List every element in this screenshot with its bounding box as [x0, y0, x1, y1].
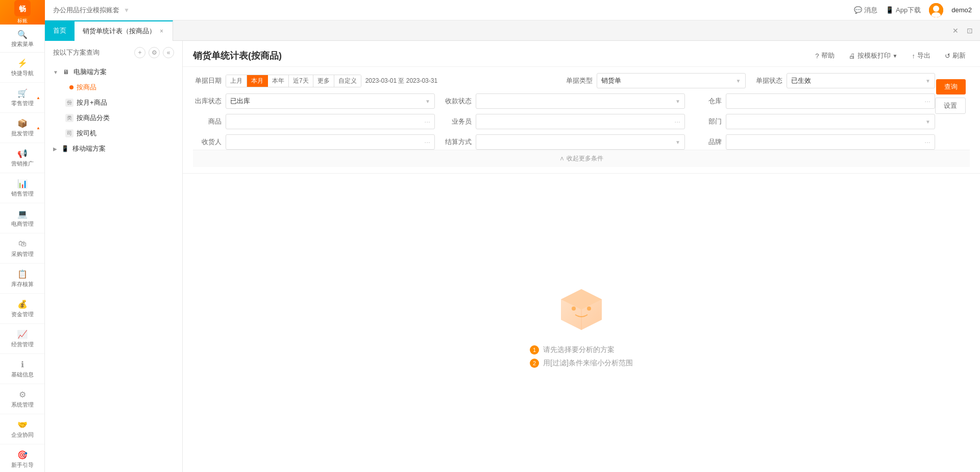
brand-input[interactable]: ··· [726, 134, 935, 150]
sidebar-item-enterprise-coop[interactable]: 🤝 企业协同 [0, 414, 44, 444]
sidebar-item-new-user[interactable]: 🎯 新手引导 [0, 444, 44, 472]
tab-home[interactable]: 首页 [45, 20, 75, 41]
message-icon: 💬 [854, 6, 862, 14]
goods-dots[interactable]: ··· [424, 117, 430, 126]
avatar-image [929, 3, 943, 17]
date-tab-more[interactable]: 更多 [313, 75, 334, 87]
ecommerce-icon: 💻 [17, 208, 28, 219]
help-label: 帮助 [821, 51, 835, 60]
warehouse-dots[interactable]: ··· [924, 97, 930, 105]
salesperson-label: 业务员 [443, 117, 472, 126]
brand-dots[interactable]: ··· [924, 138, 930, 146]
sidebar-item-quick-nav[interactable]: ⚡ 快捷导航 [0, 53, 44, 83]
sidebar-item-business[interactable]: 📈 经营管理 [0, 324, 44, 354]
goods-input[interactable]: ··· [226, 114, 435, 129]
payment-dropdown-icon: ▼ [675, 139, 680, 145]
collapse-panel-button[interactable]: « [163, 47, 174, 58]
sidebar-item-label: 系统管理 [11, 401, 34, 409]
app-logo[interactable]: 畅 标账 [0, 0, 45, 25]
export-button[interactable]: ↑ 导出 [908, 49, 935, 62]
warehouse-input[interactable]: ··· [726, 93, 935, 109]
settings-button[interactable]: 设置 [935, 98, 966, 114]
date-tab-7days[interactable]: 近7天 [289, 75, 313, 87]
add-scheme-button[interactable]: + [134, 47, 145, 58]
collapse-bar[interactable]: ∧ 收起更多条件 [193, 150, 970, 167]
tree-arrow-mobile: ▶ [53, 146, 57, 152]
user-name: demo2 [951, 6, 972, 14]
tree-item-pc[interactable]: ▼ 🖥 电脑端方案 [45, 64, 182, 80]
phone-icon: 📱 [886, 6, 894, 14]
top-header: 办公用品行业模拟账套 ▼ 💬 消息 📱 App下载 demo2 [45, 0, 980, 20]
out-status-value: 已出库 [230, 97, 250, 106]
date-tab-custom[interactable]: 自定义 [334, 75, 361, 87]
sidebar-item-basic-info[interactable]: ℹ 基础信息 [0, 354, 44, 384]
type-select[interactable]: 销货单 ▼ [597, 73, 746, 88]
tab-bar-actions: ✕ ⊡ [949, 25, 980, 37]
sidebar-item-system[interactable]: ⚙ 系统管理 [0, 384, 44, 414]
template-print-button[interactable]: 🖨 按模板打印 ▼ [845, 49, 902, 62]
sidebar-item-finance[interactable]: 💰 资金管理 [0, 294, 44, 324]
filter-out-status: 出库状态 已出库 ▼ [193, 93, 435, 109]
department-dropdown-icon: ▼ [925, 119, 930, 125]
salesperson-dots[interactable]: ··· [674, 117, 680, 126]
active-indicator [69, 85, 74, 89]
app-download-button[interactable]: 📱 App下载 [886, 6, 921, 15]
sidebar-item-retail[interactable]: 🛒 零售管理 [0, 83, 44, 113]
date-tab-last-month[interactable]: 上月 [226, 75, 247, 87]
sidebar-item-search-menu[interactable]: 🔍 搜索菜单 [0, 25, 44, 53]
page-title: 销货单统计表(按商品) [193, 50, 282, 62]
left-panel-title: 按以下方案查询 [53, 48, 100, 57]
tab-close-all-button[interactable]: ✕ [949, 25, 962, 37]
tab-maximize-button[interactable]: ⊡ [964, 25, 976, 37]
type-label: 单据类型 [564, 76, 593, 85]
tree-item-by-month-goods[interactable]: 份 按月+商品 [45, 95, 182, 110]
receiver-dots[interactable]: ··· [424, 138, 430, 146]
breadcrumb-dropdown-icon[interactable]: ▼ [124, 7, 130, 14]
sidebar-item-sales[interactable]: 📊 销售管理 [0, 173, 44, 203]
sidebar-item-purchase[interactable]: 🛍 采购管理 [0, 233, 44, 264]
sub-icon-month: 份 [65, 99, 74, 107]
user-avatar[interactable] [929, 3, 943, 17]
right-content: 销货单统计表(按商品) ? 帮助 🖨 按模板打印 ▼ ↑ 导出 [183, 41, 980, 472]
date-tab-this-month[interactable]: 本月 [247, 75, 268, 87]
receiver-input[interactable]: ··· [226, 134, 435, 150]
tree-item-by-machine[interactable]: 司 按司机 [45, 126, 182, 141]
help-icon: ? [815, 52, 819, 60]
date-label: 单据日期 [193, 76, 222, 85]
settings-scheme-button[interactable]: ⚙ [149, 47, 160, 58]
date-tab-this-year[interactable]: 本年 [268, 75, 289, 87]
department-select[interactable]: ▼ [726, 114, 935, 129]
payment-select[interactable]: ▼ [476, 134, 685, 150]
tree-item-mobile[interactable]: ▶ 📱 移动端方案 [45, 141, 182, 156]
sidebar-item-label: 基础信息 [11, 371, 34, 379]
tree-label-pc: 电脑端方案 [74, 67, 107, 77]
query-sidebar: 查询 设置 [935, 73, 970, 120]
tab-sales-stats-label: 销货单统计表（按商品） [83, 27, 156, 36]
tree-item-by-goods-category[interactable]: 类 按商品分类 [45, 110, 182, 126]
payment-label: 结算方式 [443, 137, 472, 147]
collect-status-select[interactable]: ▼ [476, 93, 685, 109]
out-status-select[interactable]: 已出库 ▼ [226, 93, 435, 109]
sidebar-item-marketing[interactable]: 📢 营销推广 [0, 143, 44, 173]
wholesale-icon: 📦 [17, 118, 28, 128]
tab-sales-stats[interactable]: 销货单统计表（按商品） × [75, 20, 173, 41]
sales-icon: 📊 [17, 178, 28, 188]
sidebar-item-wholesale[interactable]: 📦 批发管理 [0, 113, 44, 143]
message-button[interactable]: 💬 消息 [854, 6, 877, 15]
refresh-button[interactable]: ↺ 刷新 [941, 49, 970, 62]
purchase-icon: 🛍 [17, 239, 28, 249]
sidebar-item-ecommerce[interactable]: 💻 电商管理 [0, 203, 44, 233]
query-button[interactable]: 查询 [936, 79, 966, 95]
tab-close-button[interactable]: × [159, 27, 164, 36]
sidebar-item-inventory[interactable]: 📋 库存核算 [0, 264, 44, 294]
tree-item-by-goods[interactable]: 按商品 [45, 80, 182, 95]
mobile-icon: 📱 [60, 144, 69, 153]
sidebar-item-label: 库存核算 [11, 280, 34, 288]
left-panel-actions: + ⚙ « [134, 47, 174, 58]
filter-department: 部门 ▼ [693, 114, 935, 129]
help-button[interactable]: ? 帮助 [811, 49, 838, 62]
status-select[interactable]: 已生效 ▼ [787, 73, 936, 88]
filter-collect-status: 收款状态 ▼ [443, 93, 685, 109]
salesperson-input[interactable]: ··· [476, 114, 685, 129]
filter-area: 单据日期 上月 本月 本年 近7天 更多 自定义 [183, 67, 980, 174]
